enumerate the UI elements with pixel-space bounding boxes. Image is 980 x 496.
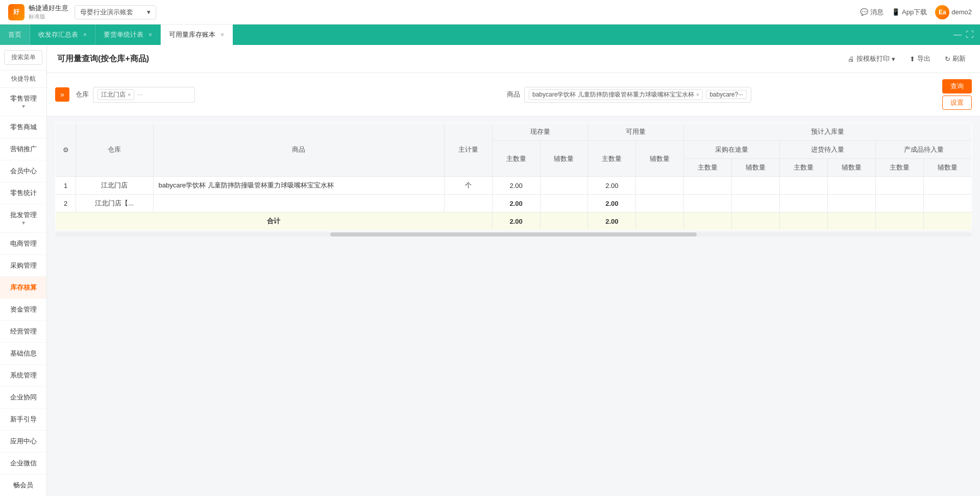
- sidebar-item-basic-info[interactable]: 基础信息: [0, 343, 46, 365]
- settings-button[interactable]: 设置: [942, 96, 972, 110]
- tab-maximize-icon[interactable]: ⛶: [966, 30, 974, 39]
- sidebar-item-retail-mgmt[interactable]: 零售管理 ▲: [0, 88, 46, 116]
- sidebar-item-system-mgmt[interactable]: 系统管理: [0, 365, 46, 387]
- user-area[interactable]: Ea demo2: [935, 5, 972, 19]
- content-area: 可用量查询(按仓库+商品) 🖨 按模板打印 ▾ ⬆ 导出 ↻ 刷新: [47, 45, 980, 496]
- message-button[interactable]: 💬 消息: [860, 8, 884, 17]
- filter-expand-button[interactable]: »: [55, 87, 69, 102]
- print-label: 按模板打印: [856, 54, 890, 63]
- avatar-initials: Ea: [939, 9, 946, 16]
- filter-action-buttons: 查询 设置: [942, 79, 972, 110]
- table-area: ⚙ 仓库 商品 主计量 现存量 可用量 预计入库量 主数量 辅数量 主数量 辅数…: [47, 116, 980, 245]
- th-gear[interactable]: ⚙: [56, 123, 76, 177]
- tab-available-stock-close[interactable]: ×: [220, 31, 224, 38]
- sidebar-item-new-guide-label: 新手引导: [10, 415, 37, 424]
- warehouse-tag-jb: 江北门店 ×: [97, 89, 134, 100]
- sidebar-item-app-center-label: 应用中心: [10, 437, 37, 446]
- tab-order-stats[interactable]: 要货单统计表 ×: [95, 25, 161, 45]
- tab-home[interactable]: 首页: [0, 25, 30, 45]
- refresh-label: 刷新: [952, 54, 966, 63]
- sidebar-item-purchase-mgmt[interactable]: 采购管理: [0, 255, 46, 277]
- product-tag-2-text: babycare?···: [709, 91, 743, 98]
- industry-select[interactable]: 母婴行业演示账套 ▾: [75, 5, 156, 19]
- cell-current-main-1: 2.00: [492, 177, 540, 195]
- cell-finished-aux-1: [924, 177, 972, 195]
- sidebar-item-marketing[interactable]: 营销推广: [0, 138, 46, 160]
- cell-current-aux-1: [540, 177, 588, 195]
- sidebar-item-retail-mall-label: 零售商城: [10, 123, 37, 132]
- tab-minimize-icon[interactable]: —: [953, 30, 962, 39]
- sidebar-item-enterprise-wechat-label: 企业微信: [10, 459, 37, 468]
- product-filter-label: 商品: [507, 90, 520, 99]
- summary-finished-aux: [924, 212, 972, 230]
- sidebar-item-wholesale-mgmt[interactable]: 批发管理 ▲: [0, 204, 46, 233]
- refresh-button[interactable]: ↻ 刷新: [941, 52, 970, 65]
- query-button[interactable]: 查询: [942, 79, 972, 93]
- export-button[interactable]: ⬆ 导出: [905, 52, 935, 65]
- cell-available-main-2: 2.00: [588, 195, 636, 212]
- top-bar-right: 💬 消息 📱 App下载 Ea demo2: [860, 5, 972, 19]
- summary-available-main: 2.00: [588, 212, 636, 230]
- cell-warehouse-1: 江北门店: [76, 177, 154, 195]
- nav-tabs: 首页 收发存汇总表 × 要货单统计表 × 可用量库存账本 × — ⛶: [0, 25, 980, 45]
- sidebar-item-inventory[interactable]: 库存核算: [0, 277, 46, 299]
- warehouse-more[interactable]: ···: [137, 91, 142, 98]
- product-tag-1-close[interactable]: ×: [696, 91, 699, 98]
- tab-order-stats-close[interactable]: ×: [149, 31, 152, 38]
- tab-available-stock-label: 可用量库存账本: [169, 30, 215, 39]
- scrollbar-thumb[interactable]: [330, 232, 697, 237]
- summary-incoming-aux: [828, 212, 876, 230]
- sidebar-item-enterprise-collab[interactable]: 企业协同: [0, 387, 46, 409]
- th-incoming-aux: 辅数量: [828, 159, 876, 177]
- tab-receive-send-close[interactable]: ×: [83, 31, 87, 38]
- tab-receive-send[interactable]: 收发存汇总表 ×: [30, 25, 95, 45]
- sidebar-item-ecommerce[interactable]: 电商管理: [0, 233, 46, 255]
- warehouse-tag-jb-close[interactable]: ×: [128, 91, 131, 98]
- main-layout: 搜索菜单 快捷导航 零售管理 ▲ 零售商城 营销推广 会员中心 零售统计 批发管…: [0, 45, 980, 496]
- summary-row: 合计 2.00 2.00: [56, 212, 972, 230]
- th-planned-in-group: 预计入库量: [684, 123, 972, 141]
- print-button[interactable]: 🖨 按模板打印 ▾: [844, 52, 899, 65]
- sidebar-item-finance[interactable]: 资金管理: [0, 299, 46, 321]
- sidebar-item-member-center[interactable]: 会员中心: [0, 160, 46, 182]
- cell-no-1: 1: [56, 177, 76, 195]
- sidebar-item-enterprise-collab-label: 企业协同: [10, 393, 37, 402]
- cell-product-2: [153, 195, 444, 212]
- sidebar-item-basic-info-label: 基础信息: [10, 349, 37, 358]
- sidebar-item-enterprise-wechat[interactable]: 企业微信: [0, 453, 46, 475]
- page-header-actions: 🖨 按模板打印 ▾ ⬆ 导出 ↻ 刷新: [844, 52, 970, 65]
- template-badge: 标准版: [29, 13, 68, 20]
- summary-current-main: 2.00: [492, 212, 540, 230]
- th-finished-aux: 辅数量: [924, 159, 972, 177]
- th-product: 商品: [153, 123, 444, 177]
- horizontal-scrollbar[interactable]: [55, 232, 972, 237]
- sidebar-item-app-center[interactable]: 应用中心: [0, 431, 46, 453]
- summary-incoming-main: [780, 212, 828, 230]
- sidebar-item-quick-nav[interactable]: 快捷导航: [0, 70, 46, 88]
- cell-no-2: 2: [56, 195, 76, 212]
- product-input[interactable]: babycare学饮杯 儿童防摔防撞吸管杯重力球吸嘴杯宝宝水杯 × babyca…: [524, 87, 751, 103]
- sidebar-item-vip-member[interactable]: 畅会员: [0, 475, 46, 496]
- filter-group-warehouse: 仓库 江北门店 × ···: [76, 87, 501, 103]
- summary-purchase-aux: [732, 212, 780, 230]
- sidebar-item-retail-stats[interactable]: 零售统计: [0, 182, 46, 204]
- cell-warehouse-2: 江北门店【...: [76, 195, 154, 212]
- warehouse-tag-jb-text: 江北门店: [101, 90, 126, 99]
- th-purchase-aux: 辅数量: [732, 159, 780, 177]
- filter-group-product: 商品 babycare学饮杯 儿童防摔防撞吸管杯重力球吸嘴杯宝宝水杯 × bab…: [507, 87, 932, 103]
- cell-incoming-main-2: [780, 195, 828, 212]
- top-bar: 好 畅捷通好生意 标准版 母婴行业演示账套 ▾ 💬 消息 📱 App下载 Ea …: [0, 0, 980, 25]
- sidebar-item-business-mgmt[interactable]: 经营管理: [0, 321, 46, 343]
- th-incoming-main: 主数量: [780, 159, 828, 177]
- table-row: 2 江北门店【... 2.00 2.00: [56, 195, 972, 212]
- sidebar-item-new-guide[interactable]: 新手引导: [0, 409, 46, 431]
- search-menu-button[interactable]: 搜索菜单: [4, 50, 42, 65]
- app-download-button[interactable]: 📱 App下载: [892, 8, 927, 17]
- logo-text-area: 畅捷通好生意 标准版: [29, 4, 68, 20]
- th-purchase-transit-group: 采购在途量: [684, 141, 780, 159]
- sidebar-item-retail-mall[interactable]: 零售商城: [0, 116, 46, 138]
- chevron-down-icon-print: ▾: [892, 55, 895, 63]
- warehouse-input[interactable]: 江北门店 × ···: [93, 87, 195, 103]
- tab-available-stock[interactable]: 可用量库存账本 ×: [161, 25, 233, 45]
- logo-icon: 好: [8, 4, 24, 20]
